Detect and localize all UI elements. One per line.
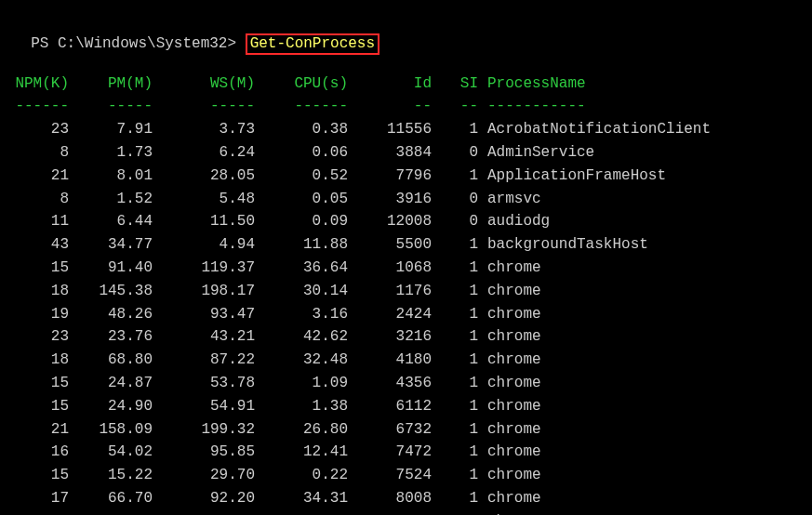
cell-cpu: 0.05	[255, 188, 348, 211]
cell-id: 3884	[348, 141, 432, 165]
cell-pm: 24.90	[69, 395, 153, 418]
table-row: 4334.774.9411.8855001backgroundTaskHost	[13, 233, 799, 257]
cell-si: 1	[432, 395, 478, 418]
cell-cpu: 30.14	[255, 280, 348, 303]
cell-npm: 16	[13, 441, 69, 464]
cell-si: 1	[432, 464, 478, 487]
cell-npm: 21	[13, 165, 69, 188]
col-dash: -----	[153, 95, 255, 118]
cell-pm: 23.76	[69, 325, 153, 349]
cell-id: 12008	[348, 210, 432, 233]
cell-npm: 15	[13, 372, 69, 395]
cell-ws: 87.22	[153, 349, 255, 372]
cell-si: 0	[432, 188, 478, 211]
cell-pm: 1.52	[69, 188, 153, 211]
cell-pm: 7.91	[69, 118, 153, 141]
col-header-id: Id	[348, 73, 432, 96]
cell-si: 1	[432, 325, 478, 349]
table-row: 218.0128.050.5277961ApplicationFrameHost	[13, 165, 799, 188]
cell-cpu: 0.09	[255, 210, 348, 233]
cell-si: 1	[432, 349, 478, 372]
cell-id: 5500	[348, 233, 432, 257]
cell-name: chrome	[478, 349, 799, 372]
cell-ws: 279.45	[153, 510, 255, 515]
col-header-cpu: CPU(s)	[255, 73, 348, 96]
table-row: 116.4411.500.09120080audiodg	[13, 210, 799, 233]
cell-si: 1	[432, 303, 478, 326]
cell-si: 0	[432, 210, 478, 233]
cell-cpu: 11.88	[255, 233, 348, 257]
col-header-npm: NPM(K)	[13, 73, 69, 96]
cell-name: ApplicationFrameHost	[478, 165, 799, 188]
cell-id: 1176	[348, 280, 432, 303]
cell-name: chrome	[478, 325, 799, 349]
cell-name: chrome	[478, 280, 799, 303]
cell-npm: 17	[13, 487, 69, 510]
cell-npm: 43	[13, 233, 69, 257]
col-dash: -----	[69, 95, 153, 118]
cell-si: 1	[432, 233, 478, 257]
cell-id: 8008	[348, 487, 432, 510]
cell-pm: 24.87	[69, 372, 153, 395]
cell-npm: 11	[13, 210, 69, 233]
cell-pm: 54.02	[69, 441, 153, 464]
table-row: 18145.38198.1730.1411761chrome	[13, 280, 799, 303]
cell-ws: 28.05	[153, 165, 255, 188]
table-row: 1524.9054.911.3861121chrome	[13, 395, 799, 418]
cell-pm: 15.22	[69, 464, 153, 487]
cell-name: chrome	[478, 464, 799, 487]
cell-ws: 198.17	[153, 280, 255, 303]
cell-id: 7796	[348, 165, 432, 188]
cell-cpu: 34.31	[255, 487, 348, 510]
col-dash: ------	[255, 95, 348, 118]
cell-ws: 43.21	[153, 325, 255, 349]
table-header-row: NPM(K) PM(M) WS(M) CPU(s) Id SI ProcessN…	[13, 73, 799, 96]
cell-npm: 8	[13, 188, 69, 211]
cell-npm: 18	[13, 349, 69, 372]
cell-si: 1	[432, 118, 478, 141]
cell-ws: 92.20	[153, 487, 255, 510]
cell-name: AcrobatNotificationClient	[478, 118, 799, 141]
cell-cpu: 3.16	[255, 303, 348, 326]
cell-id: 3916	[348, 188, 432, 211]
cell-ws: 29.70	[153, 464, 255, 487]
cell-id: 6112	[348, 395, 432, 418]
cell-npm: 23	[13, 118, 69, 141]
table-row: 1524.8753.781.0943561chrome	[13, 372, 799, 395]
cell-ws: 3.73	[153, 118, 255, 141]
cell-ws: 6.24	[153, 141, 255, 165]
col-header-name: ProcessName	[478, 73, 799, 96]
col-dash: ------	[13, 95, 69, 118]
table-row: 81.736.240.0638840AdminService	[13, 141, 799, 165]
cell-name: chrome	[478, 395, 799, 418]
cell-cpu: 26.80	[255, 418, 348, 442]
cell-si: 1	[432, 510, 478, 515]
cell-id: 4356	[348, 372, 432, 395]
cell-id: 3216	[348, 325, 432, 349]
cell-npm: 21	[13, 418, 69, 442]
cell-cpu: 104.89	[255, 510, 348, 515]
prompt-line[interactable]: PS C:\Windows\System32> Get-ConProcess	[13, 9, 799, 56]
cell-name: audiodg	[478, 210, 799, 233]
cell-name: armsvc	[478, 188, 799, 211]
cell-si: 1	[432, 280, 478, 303]
col-header-pm: PM(M)	[69, 73, 153, 96]
cell-pm: 34.77	[69, 233, 153, 257]
cell-cpu: 0.22	[255, 464, 348, 487]
cell-npm: 15	[13, 464, 69, 487]
cell-name: chrome	[478, 372, 799, 395]
cell-name: chrome	[478, 303, 799, 326]
cell-npm: 19	[13, 303, 69, 326]
command-highlight: Get-ConProcess	[246, 33, 379, 55]
cell-name: AdminService	[478, 141, 799, 165]
cell-id: 1068	[348, 257, 432, 280]
cell-si: 1	[432, 441, 478, 464]
cell-cpu: 36.64	[255, 257, 348, 280]
cell-cpu: 1.38	[255, 395, 348, 418]
cell-name: backgroundTaskHost	[478, 233, 799, 257]
cell-id: 4180	[348, 349, 432, 372]
cell-pm: 48.26	[69, 303, 153, 326]
cell-ws: 95.85	[153, 441, 255, 464]
cell-cpu: 0.38	[255, 118, 348, 141]
cell-id: 6732	[348, 418, 432, 442]
